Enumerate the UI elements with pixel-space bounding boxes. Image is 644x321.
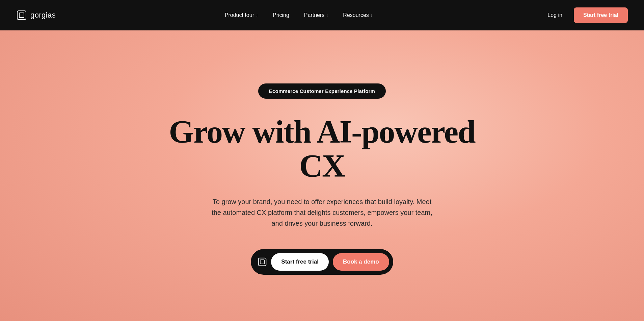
nav-partners-label: Partners — [304, 12, 324, 18]
hero-cta-group: Start free trial Book a demo — [251, 249, 393, 275]
hero-title: Grow with AI-powered CX — [153, 115, 491, 183]
logo-icon — [16, 10, 27, 21]
gorgias-icon — [258, 257, 267, 267]
hero-subtitle: To grow your brand, you need to offer ex… — [207, 196, 437, 229]
nav-product-tour[interactable]: Product tour ↓ — [219, 9, 264, 22]
nav-product-tour-label: Product tour — [225, 12, 254, 18]
login-link[interactable]: Log in — [541, 9, 568, 22]
nav-links: Product tour ↓ Pricing Partners ↓ Resour… — [219, 9, 379, 22]
logo-text: gorgias — [30, 11, 56, 20]
svg-rect-0 — [17, 11, 26, 20]
hero-book-demo-button[interactable]: Book a demo — [333, 253, 389, 271]
chevron-down-icon-3: ↓ — [371, 13, 373, 18]
chevron-down-icon: ↓ — [256, 13, 258, 18]
hero-start-free-trial-button[interactable]: Start free trial — [271, 253, 329, 271]
navbar: gorgias Product tour ↓ Pricing Partners … — [0, 0, 644, 30]
logo-link[interactable]: gorgias — [16, 10, 56, 21]
svg-rect-2 — [259, 258, 266, 266]
hero-section: Ecommerce Customer Experience Platform G… — [0, 30, 644, 321]
chevron-down-icon-2: ↓ — [326, 13, 328, 18]
nav-resources-label: Resources — [343, 12, 369, 18]
nav-pricing[interactable]: Pricing — [267, 9, 295, 22]
hero-badge: Ecommerce Customer Experience Platform — [258, 83, 386, 99]
nav-partners[interactable]: Partners ↓ — [298, 9, 334, 22]
svg-rect-1 — [19, 13, 24, 18]
nav-pricing-label: Pricing — [273, 12, 289, 18]
nav-start-free-trial-button[interactable]: Start free trial — [574, 7, 628, 23]
nav-right-actions: Log in Start free trial — [541, 7, 628, 23]
nav-resources[interactable]: Resources ↓ — [337, 9, 378, 22]
svg-rect-3 — [260, 260, 264, 264]
